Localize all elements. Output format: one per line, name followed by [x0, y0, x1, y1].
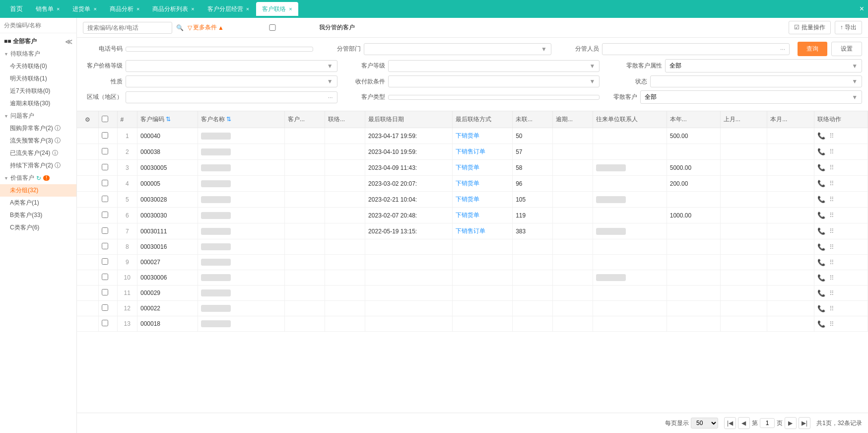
row-checkbox[interactable] — [98, 316, 117, 332]
row-last-method[interactable] — [452, 316, 513, 332]
row-phone-icon[interactable]: 📞 — [817, 243, 825, 251]
row-phone-icon[interactable]: 📞 — [817, 132, 825, 140]
manager-input[interactable]: ··· — [602, 43, 790, 55]
tab-product-analysis[interactable]: 商品分析 × — [104, 2, 145, 16]
row-checkbox[interactable] — [98, 255, 117, 270]
row-phone-icon[interactable]: 📞 — [817, 180, 825, 187]
row-phone-icon[interactable]: 📞 — [817, 164, 825, 171]
more-conditions-button[interactable]: ▽ 更多条件 ▲ — [188, 23, 224, 32]
tab-customer-contact-close[interactable]: × — [289, 6, 292, 12]
row-phone-icon[interactable]: 📞 — [817, 305, 825, 312]
row-checkbox[interactable] — [98, 208, 117, 223]
my-customers-check[interactable] — [228, 24, 317, 31]
last-page-button[interactable]: ▶| — [799, 417, 810, 429]
col-last-method[interactable]: 最后联络方式 — [452, 111, 513, 128]
row-phone-icon[interactable]: 📞 — [817, 148, 825, 155]
sidebar-item-lost[interactable]: 已流失客户(24) ⓘ — [0, 147, 76, 159]
row-check[interactable] — [102, 227, 108, 234]
row-last-method[interactable]: 下销售订单 — [452, 144, 513, 160]
row-last-method[interactable]: 下销货单 — [452, 208, 513, 223]
nature-input[interactable]: ▼ — [126, 75, 337, 87]
retail-input[interactable]: 全部▼ — [640, 90, 862, 104]
sidebar-item-c-class[interactable]: C类客户(6) — [0, 221, 76, 234]
sidebar-item-today-pending[interactable]: 今天待联络(0) — [0, 60, 76, 72]
sidebar-item-a-class[interactable]: A类客户(1) — [0, 197, 76, 209]
col-this-year[interactable]: 本年... — [667, 111, 720, 128]
row-last-method[interactable]: 下销货单 — [452, 128, 513, 144]
row-phone-icon[interactable]: 📞 — [817, 320, 825, 328]
row-checkbox[interactable] — [98, 270, 117, 286]
sidebar-item-tomorrow-pending[interactable]: 明天待联络(1) — [0, 72, 76, 85]
tab-customer-tier-close[interactable]: × — [246, 6, 249, 12]
row-more-icon[interactable]: ⠿ — [829, 274, 834, 282]
row-checkbox[interactable] — [98, 160, 117, 176]
search-input[interactable] — [83, 22, 172, 34]
tab-purchase[interactable]: 进货单 × — [67, 2, 102, 16]
all-customers-title[interactable]: ■■ 全部客户 ≪ — [0, 33, 76, 48]
row-check[interactable] — [102, 243, 108, 249]
status-input[interactable]: ▼ — [650, 75, 862, 87]
row-last-method[interactable] — [452, 255, 513, 270]
retail-attr-input[interactable]: 全部▼ — [665, 59, 862, 72]
dept-input[interactable]: ▼ — [364, 43, 551, 55]
row-check[interactable] — [102, 132, 108, 139]
row-check[interactable] — [102, 212, 108, 218]
prev-page-button[interactable]: ◀ — [738, 417, 750, 429]
col-type[interactable]: 客户... — [285, 111, 325, 128]
row-phone-icon[interactable]: 📞 — [817, 212, 825, 219]
col-check[interactable] — [98, 111, 117, 128]
col-contact-person[interactable]: 往来单位联系人 — [593, 111, 667, 128]
tab-sales-close[interactable]: × — [57, 6, 60, 12]
row-check[interactable] — [102, 180, 108, 186]
sidebar-item-b-class[interactable]: B类客户(33) — [0, 209, 76, 221]
row-more-icon[interactable]: ⠿ — [829, 227, 834, 235]
row-check[interactable] — [102, 274, 108, 280]
price-level-input[interactable]: ▼ — [126, 60, 337, 72]
row-checkbox[interactable] — [98, 144, 117, 160]
my-customers-checkbox[interactable]: 我分管的客户 — [228, 23, 355, 32]
col-contact[interactable]: 联络... — [325, 111, 365, 128]
tab-product-analysis-list[interactable]: 商品分析列表 × — [146, 2, 200, 16]
value-refresh-icon[interactable]: ↻ — [36, 175, 41, 182]
tab-customer-tier[interactable]: 客户分层经营 × — [201, 2, 255, 16]
page-number-input[interactable] — [760, 418, 775, 428]
col-uncontacted[interactable]: 未联... — [513, 111, 553, 128]
tab-customer-contact[interactable]: 客户联络 × — [256, 2, 298, 16]
sidebar-item-declining[interactable]: 持续下滑客户(2) ⓘ — [0, 159, 76, 172]
row-check[interactable] — [102, 258, 108, 265]
row-last-method[interactable]: 下销货单 — [452, 160, 513, 176]
row-more-icon[interactable]: ⠿ — [829, 132, 834, 140]
row-last-method[interactable]: 下销售订单 — [452, 223, 513, 239]
row-last-method[interactable]: 下销货单 — [452, 192, 513, 208]
row-phone-icon[interactable]: 📞 — [817, 274, 825, 282]
row-more-icon[interactable]: ⠿ — [829, 212, 834, 219]
tab-sales[interactable]: 销售单 × — [30, 2, 66, 16]
row-phone-icon[interactable]: 📞 — [817, 227, 825, 235]
query-button[interactable]: 查询 — [798, 42, 827, 56]
reset-button[interactable]: 设置 — [831, 42, 862, 56]
col-overdue[interactable]: 逾期... — [553, 111, 593, 128]
sidebar-collapse-icon[interactable]: ≪ — [65, 38, 72, 46]
sidebar-search-input[interactable] — [4, 22, 77, 29]
first-page-button[interactable]: |◀ — [724, 417, 736, 429]
row-last-method[interactable] — [452, 286, 513, 301]
row-phone-icon[interactable]: 📞 — [817, 196, 825, 203]
tab-product-analysis-close[interactable]: × — [136, 6, 139, 12]
row-check[interactable] — [102, 320, 108, 326]
row-check[interactable] — [102, 196, 108, 202]
row-checkbox[interactable] — [98, 301, 117, 316]
col-last-month[interactable]: 上月... — [720, 111, 767, 128]
col-gear[interactable]: ⚙ — [77, 111, 98, 128]
row-more-icon[interactable]: ⠿ — [829, 148, 834, 155]
row-checkbox[interactable] — [98, 176, 117, 192]
sidebar-item-churn-warning[interactable]: 流失预警客户(3) ⓘ — [0, 135, 76, 147]
row-more-icon[interactable]: ⠿ — [829, 164, 834, 171]
row-phone-icon[interactable]: 📞 — [817, 289, 825, 297]
payment-input[interactable]: ▼ — [388, 75, 600, 87]
tab-home[interactable]: 首页 — [4, 4, 29, 13]
problem-group-label[interactable]: 问题客户 — [0, 110, 76, 122]
row-last-method[interactable] — [452, 270, 513, 286]
level-input[interactable]: ▼ — [388, 60, 600, 72]
row-check[interactable] — [102, 148, 108, 154]
row-checkbox[interactable] — [98, 239, 117, 255]
